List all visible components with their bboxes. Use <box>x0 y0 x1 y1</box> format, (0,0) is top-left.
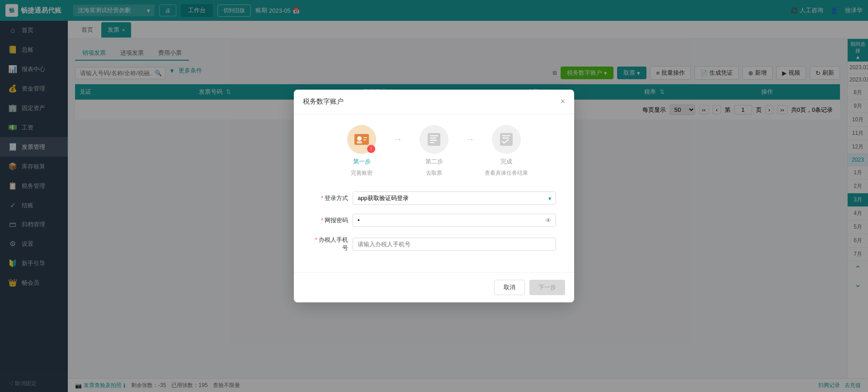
step-2: 第二步 去取票 <box>402 125 466 177</box>
svg-rect-6 <box>430 135 438 136</box>
step-arrow-2: → <box>466 134 475 144</box>
step-3: 完成 查看具体任务结果 <box>475 125 538 177</box>
svg-point-1 <box>357 136 362 141</box>
svg-rect-9 <box>430 142 434 143</box>
svg-rect-5 <box>428 133 440 146</box>
svg-rect-12 <box>502 138 509 139</box>
step-3-icon-wrap <box>492 125 521 154</box>
step-1-icon <box>354 131 370 148</box>
modal-body: ! 第一步 完善账密 → <box>294 114 574 272</box>
password-input[interactable] <box>353 214 556 227</box>
login-method-select-wrap: app获取验证码登录 密码登录 ▾ <box>353 191 556 205</box>
password-toggle-icon[interactable]: 👁 <box>545 217 552 224</box>
modal-title: 税务数字账户 <box>303 97 344 106</box>
step-1: ! 第一步 完善账密 <box>330 125 393 177</box>
password-row: 网报密码 👁 <box>312 214 556 227</box>
modal-dialog: 税务数字账户 × ! <box>294 90 574 302</box>
password-label: 网报密码 <box>312 216 348 225</box>
step-2-desc: 去取票 <box>426 169 442 177</box>
login-method-row: 登录方式 app获取验证码登录 密码登录 ▾ <box>312 191 556 205</box>
next-button[interactable]: 下一步 <box>529 280 565 295</box>
steps-bar: ! 第一步 完善账密 → <box>312 125 556 177</box>
step-2-icon <box>426 131 442 148</box>
modal-close-btn[interactable]: × <box>560 97 565 106</box>
svg-rect-2 <box>357 141 362 143</box>
modal-header: 税务数字账户 × <box>294 90 574 114</box>
login-method-select[interactable]: app获取验证码登录 密码登录 <box>353 191 556 205</box>
step-3-title: 完成 <box>500 158 512 166</box>
phone-input[interactable] <box>353 238 556 251</box>
modal-overlay[interactable]: 税务数字账户 × ! <box>0 0 868 392</box>
step-arrow-1: → <box>393 134 402 144</box>
step-1-icon-wrap: ! <box>347 125 376 154</box>
svg-rect-8 <box>430 140 437 141</box>
modal-footer: 取消 下一步 <box>294 272 574 302</box>
svg-rect-4 <box>363 139 366 140</box>
step-2-title: 第二步 <box>425 158 443 166</box>
svg-rect-11 <box>502 135 510 136</box>
step-3-desc: 查看具体任务结果 <box>485 169 528 177</box>
svg-rect-7 <box>430 138 436 139</box>
cancel-button[interactable]: 取消 <box>494 280 525 295</box>
step-1-badge: ! <box>367 145 375 153</box>
phone-label: 办税人手机号 <box>312 236 348 252</box>
svg-rect-10 <box>500 133 513 146</box>
step-2-icon-wrap <box>420 125 448 154</box>
step-1-desc: 完善账密 <box>351 169 373 177</box>
step-1-title: 第一步 <box>353 158 371 166</box>
login-method-label: 登录方式 <box>312 194 348 202</box>
password-wrap: 👁 <box>353 214 556 227</box>
svg-rect-3 <box>363 137 367 138</box>
step-3-icon <box>498 131 514 148</box>
phone-row: 办税人手机号 <box>312 236 556 252</box>
